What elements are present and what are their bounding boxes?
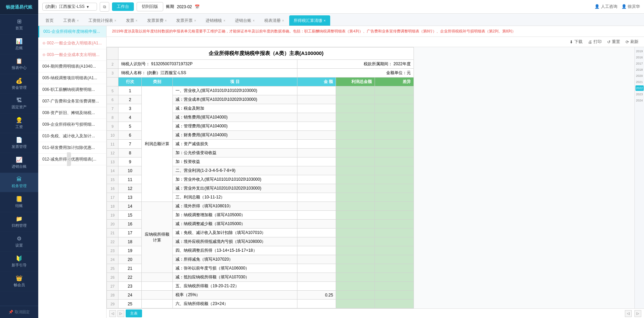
year-2021[interactable]: 2021 [635,79,643,85]
year-2024[interactable]: 2024 [635,98,643,103]
tab-purchase-audit[interactable]: 进销稽核× [201,15,230,26]
left-panel-collapse-btn[interactable]: ◁ [67,152,71,166]
tab-close-payroll-stats[interactable]: × [114,19,116,23]
year-2019[interactable]: 2019 [635,49,643,54]
left-nav-item-004[interactable]: 004-期间费用明细表(A1040... [38,61,106,72]
archive-icon: 📁 [16,216,23,222]
table-row: 29 25 六、应纳所得税额（23×24） [107,300,414,308]
sidebar-item-ledger[interactable]: 📊 总账 [0,34,38,54]
left-nav-item-010[interactable]: 010-免税、减计收入及加计... [38,130,106,142]
tab-tax-list[interactable]: 税表清册× [260,15,289,26]
tab-close-invoice-calc[interactable]: × [165,19,167,23]
sidebar-item-tax-mgmt[interactable]: 🏛 税务管理 [0,173,38,192]
sidebar: 畅捷通易代账 ⊞ 首页 📊 总账 📋 报表中心 💰 资金管理 🏗 固定资产 👷 … [0,0,38,318]
report-icon: 📋 [16,58,23,64]
year-2020[interactable]: 2020 [635,73,643,79]
topbar-right: 👤 人工咨询 👤 徐滨华 [594,4,640,10]
tab-payroll[interactable]: 工资表× [59,15,83,26]
sidebar-item-label: 新手引导 [12,263,27,268]
tab-invoice-calc[interactable]: 发票算费× [143,15,171,26]
tab-purchase-ledger[interactable]: 进销台账× [230,15,259,26]
tab-close-invoice-open[interactable]: × [194,19,196,23]
switch-old-button[interactable]: 切到旧版 [137,2,163,11]
print-button[interactable]: 🖨 打印 [588,39,602,45]
left-nav-item-009[interactable]: 009-企业所得税补亏损明细... [38,119,106,130]
tab-invoice-open[interactable]: 发票开票× [172,15,200,26]
diff-cell[interactable] [375,86,414,95]
tab-payroll-stats[interactable]: 工资统计报表× [84,15,121,26]
spreadsheet-main[interactable]: 企业所得税年度纳税申报表（A类）主表(A100000) 2 纳税人识别号： 91… [107,47,634,308]
currency-cell: 金额单位：元 [297,69,414,78]
refresh-button[interactable]: ⟳ 刷新 [626,39,639,45]
print-icon: 🖨 [588,40,592,44]
table-row: 28 24 税率（25%） 0.25 [107,291,414,300]
profit-cell[interactable] [336,86,375,95]
left-nav-item-006[interactable]: 006-职工薪酬纳税调整明细... [38,84,106,96]
sidebar-item-report-center[interactable]: 📋 报表中心 [0,54,38,74]
tab-invoice[interactable]: 发票× [122,15,142,26]
tab-close-payroll[interactable]: × [77,19,79,23]
item-cell: 一、营业收入(填写A101010\101020\103000) [173,86,297,95]
sidebar-item-archive[interactable]: 📁 归档管理 [0,212,38,232]
left-nav-item-012[interactable]: 012-减免所得税优惠明细表(... [38,154,106,165]
left-nav-item-001[interactable]: 001-企业所得税年度纳税申报... [38,26,106,38]
tab-close-tax-list[interactable]: × [282,19,284,23]
sidebar-item-label: 归档管理 [12,223,27,228]
sidebar-item-home[interactable]: ⊞ 首页 [0,15,38,34]
warning-bar: 2019年度涉及取以前年度结转数据的申报表单元格需要手工维护正确，才能保证本年及… [107,26,644,37]
sidebar-item-settings[interactable]: ⚙ 设置 [0,232,38,252]
tab-close-purchase-audit[interactable]: × [223,19,225,23]
year-2016[interactable]: 2016 [635,55,643,60]
left-nav-item-002[interactable]: ⊙ 002-一般企业收入明细表(A1... [38,38,106,49]
tab-close-invoice[interactable]: × [136,19,138,23]
calendar-icon[interactable]: 📅 [195,4,200,9]
invoice-icon: 📄 [16,137,23,143]
sidebar-item-close-account[interactable]: 📒 结账 [0,192,38,212]
scroll-left[interactable]: ◁ [625,310,632,317]
download-icon: ⬇ [570,40,573,44]
sidebar-item-guide[interactable]: 🔰 新手引导 [0,252,38,272]
sidebar-item-invoice-mgmt[interactable]: 📄 发票管理 [0,133,38,153]
company-selector[interactable]: (勿删）江西服宝-LSS ▾ [42,3,97,11]
sidebar-item-label: 资金管理 [12,85,27,90]
tab-close-income-tax[interactable]: × [324,19,326,23]
amount-cell[interactable] [297,86,336,95]
scroll-right[interactable]: ▷ [634,310,641,317]
tab-home[interactable]: 首页 [41,15,58,26]
left-nav-item-008[interactable]: 008-资产折旧、摊销及纳税... [38,107,106,119]
user-avatar[interactable]: 👤 徐滨华 [621,4,640,10]
year-2018[interactable]: 2018 [635,67,643,72]
app-logo: 畅捷通易代账 [0,0,38,15]
year-2023[interactable]: 2023 [635,92,643,97]
left-nav-item-007[interactable]: 007-广告费和业务宣传费调整... [38,96,106,107]
sheet-nav-next[interactable]: ▷ [117,310,124,317]
sidebar-item-fixed-assets[interactable]: 🏗 固定资产 [0,94,38,113]
left-nav-item-003[interactable]: ⊙ 003-一般企业成本支出明细... [38,49,106,61]
tab-income-tax[interactable]: 所得税汇算清缴× [289,15,330,26]
sheet-tab-main[interactable]: 主表 [126,309,142,317]
pin-button[interactable]: 📌 取消固定 [0,306,38,318]
sidebar-item-purchase-sales[interactable]: 📈 进销台账 [0,153,38,173]
year-2017[interactable]: 2017 [635,61,643,66]
ai-consult-btn[interactable]: 👤 人工咨询 [594,4,617,10]
reset-button[interactable]: ↺ 重置 [607,39,620,45]
sidebar-item-fund-mgmt[interactable]: 💰 资金管理 [0,74,38,94]
left-nav-item-005[interactable]: 005-纳税调整项目明细表(A1... [38,72,106,84]
sheet-nav-prev[interactable]: ◁ [109,310,116,317]
year-2022[interactable]: 2022 [635,85,644,91]
tab-close-purchase-ledger[interactable]: × [253,19,255,23]
sidebar-item-payroll[interactable]: 👷 工资 [0,113,38,133]
sidebar-item-label: 总账 [15,45,23,51]
work-area-button[interactable]: 工作台 [112,2,134,11]
copy-icon-btn[interactable]: ⧉ [100,2,109,12]
left-nav-item-011[interactable]: 011-研发费用加计扣除优惠... [38,142,106,154]
table-title-cell: 企业所得税年度纳税申报表（A类）主表(A100000) [118,47,414,60]
tax-table: 企业所得税年度纳税申报表（A类）主表(A100000) 2 纳税人识别号： 91… [107,47,414,308]
download-button[interactable]: ⬇ 下载 [570,39,583,45]
table-row: 18 14 应纳税所得额计算 减：境外所得（填写A108010） [107,202,414,211]
main-content: 2019年度涉及取以前年度结转数据的申报表单元格需要手工维护正确，才能保证本年及… [107,26,644,318]
sidebar-item-member[interactable]: 👑 畅会员 [0,272,38,291]
sidebar-item-label: 税务管理 [12,183,27,189]
sidebar-item-label: 固定资产 [12,105,27,110]
category-profit-calc: 利润总额计算 [142,86,173,202]
